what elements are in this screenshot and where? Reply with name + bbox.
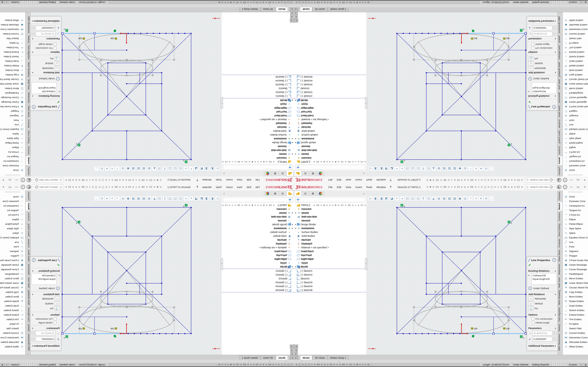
option-row[interactable]: Infinite length — [30, 320, 61, 324]
checkbox[interactable] — [54, 317, 57, 320]
tree-item[interactable]: (-) Sketch5(-) Sketch5 — [222, 281, 294, 284]
tree-item[interactable]: Right PlaneRight Plane — [294, 257, 366, 261]
sketch-tool-button[interactable]: ⬡ Polygon — [0, 109, 25, 114]
tree-item[interactable]: (-) Sketch4(-) Sketch4 — [294, 79, 366, 83]
unit-system-dropdown[interactable]: Custom — [9, 0, 22, 4]
checkbox[interactable] — [531, 43, 534, 46]
tree-item[interactable]: (-) Sketch2(-) Sketch2 — [222, 90, 294, 94]
commandmanager-tab[interactable]: Markup — [26, 35, 30, 44]
relations-listbox[interactable]: Collinear108Equal length109 — [531, 82, 556, 94]
tree-item[interactable]: Right PlaneRight Plane — [222, 257, 294, 261]
sketch-tool-button[interactable]: ▭ Corner Rectangle — [0, 267, 25, 272]
tree-item[interactable]: ⌖ OriginOrigin — [222, 261, 294, 265]
document-tab[interactable]: 3D Views — [312, 7, 328, 12]
sketch-tool-button[interactable]: + Move Entities — [0, 68, 25, 73]
toolbar-drag-handle[interactable] — [5, 175, 20, 176]
options-header[interactable]: Options∧ — [30, 50, 61, 55]
document-tab[interactable]: 3D Views — [312, 355, 328, 360]
sketch-tool-button[interactable]: ◔ Centerpoint Arc — [563, 159, 588, 164]
sketch-tool-button[interactable]: ⬡ Polygon — [563, 253, 588, 258]
displaymanager-tab[interactable] — [264, 171, 271, 176]
checkbox[interactable] — [54, 321, 57, 324]
pin-icon[interactable] — [196, 186, 199, 188]
tree-item[interactable]: ▶ Design BinderDesign Binder — [294, 223, 366, 226]
sketch-tool-button[interactable]: ≀ Fit Spline — [563, 322, 588, 326]
commandmanager-tab[interactable]: Data Migration — [26, 306, 30, 323]
minimize-button[interactable]: — — [568, 185, 575, 189]
commandmanager-tab[interactable]: Mold Tools — [26, 78, 30, 91]
add-relation-button[interactable]: ❘ Vertical — [30, 61, 61, 66]
tree-item[interactable]: ★ FavoritesFavorites — [222, 156, 294, 160]
commandmanager-tab[interactable]: Surfaces — [558, 145, 562, 156]
additional-parameters-header[interactable]: Additional Parameters∨ — [527, 343, 558, 348]
sketch-tool-button[interactable]: ▱ Parallelogram — [0, 272, 25, 276]
minimize-button[interactable]: — — [13, 178, 20, 182]
sketch-tool-button[interactable]: ⊞ Copy Entities — [0, 73, 25, 77]
tree-item[interactable]: Right PlaneRight Plane — [222, 106, 294, 110]
search-input[interactable] — [529, 178, 549, 182]
configurationmanager-tab[interactable]: ≣ — [302, 191, 309, 196]
tree-item[interactable]: TЯPDL2.TЯPDL2. ⊙ ƎЄ ⊙ Ш ⊙ ⊙ ⊙ ✚ ⊙ ƆС ⊙ Ǝ… — [294, 160, 366, 164]
commandmanager-tab[interactable]: ... — [26, 352, 30, 355]
menu-item[interactable]: Tools — [364, 184, 374, 191]
commandmanager-tab[interactable]: Features — [558, 191, 562, 201]
tab-scroll-button[interactable]: ▶ — [290, 356, 294, 360]
menu-item[interactable]: Edit — [335, 184, 343, 191]
expand-arrow-icon[interactable]: ▶ — [295, 224, 297, 225]
sketch-tool-button[interactable]: ▦ Linear Sketch Pattern — [563, 281, 588, 285]
option-row[interactable]: For construction — [30, 47, 61, 50]
help-button[interactable]: ? — [562, 184, 568, 190]
commandmanager-tab[interactable]: Weldments — [26, 91, 30, 104]
sketch-tool-button[interactable]: ◈ 3 Point Center Recta... — [0, 105, 25, 109]
sketch-tool-button[interactable]: ↔ Stretch Entities — [0, 308, 25, 312]
sketch-tool-button[interactable]: ◙ Silhouette Entities — [0, 23, 25, 27]
sketch-tool-button[interactable]: ▦ Linear Sketch Pattern — [0, 281, 25, 285]
minimize-button[interactable]: — — [568, 178, 575, 182]
sketch-tool-button[interactable]: ⊢ Extend Entities — [563, 312, 588, 317]
tree-item[interactable]: ✎ MarkupsMarkups — [222, 125, 294, 129]
tree-filter-box[interactable] — [223, 197, 293, 202]
sketch-tool-button[interactable]: ◝ Tangent Arc — [0, 154, 25, 159]
existing-relations-header[interactable]: Existing Relations∧ — [30, 268, 61, 273]
sketch-tool-button[interactable]: ╱ Line — [0, 123, 25, 127]
menu-item[interactable]: Window — [374, 184, 388, 191]
parameters-header[interactable]: Parameters∧ — [527, 37, 558, 42]
sketch-tool-button[interactable]: ◔ Centerpoint Arc — [0, 203, 25, 208]
additional-parameters-header[interactable]: Additional Parameters∨ — [30, 343, 61, 348]
add-relation-button[interactable]: — Horizontal — [30, 66, 61, 71]
tab-scroll-button[interactable]: ◀ — [294, 344, 298, 348]
sketch-tool-button[interactable]: # Segment — [563, 249, 588, 253]
sketch-tool-button[interactable]: ⊢ Extend Entities — [0, 50, 25, 55]
ok-button[interactable]: ✔ — [57, 100, 60, 104]
commandmanager-tab[interactable]: MBD Dimensions — [558, 333, 562, 352]
account-button[interactable] — [556, 184, 562, 190]
menu-item[interactable]: View — [235, 177, 244, 184]
tree-item[interactable]: (-) Sketch4(-) Sketch4 — [222, 284, 294, 288]
sketch-tool-button[interactable]: ○ Ellipse — [563, 217, 588, 222]
pm-help-icon[interactable]: ? — [552, 105, 556, 109]
angle-spinner[interactable]: ▴▾ — [553, 337, 556, 341]
tree-item[interactable]: TЯPDL2.TЯPDL2. ⊙ ƎЄ ⊙ Ш ⊙ ⊙ ⊙ ✚ ⊙ ƆС ⊙ Ǝ… — [294, 203, 366, 207]
sketch-tool-button[interactable]: ⊂ Offset Entities — [0, 344, 25, 349]
tree-item[interactable]: ✎ MarkupsMarkups — [222, 238, 294, 242]
toolbar-drag-handle[interactable] — [5, 191, 20, 192]
tree-item[interactable]: Sketch3Sketch3 — [222, 86, 294, 90]
sketch-tool-button[interactable]: ∼ Style Spline — [0, 226, 25, 231]
commandmanager-tab[interactable]: Markup — [558, 35, 562, 44]
search-input[interactable] — [39, 178, 59, 182]
tree-item[interactable]: ◗ Surface BodiesSurface Bodies — [222, 133, 294, 137]
sketch-tool-button[interactable]: ○ Ellipse — [563, 145, 588, 150]
menu-item[interactable]: Edit — [335, 177, 343, 184]
sketch-tool-button[interactable]: ▣ Center Rectangle — [563, 100, 588, 105]
length-field[interactable]: 10.88152731 — [532, 331, 553, 335]
menu-item[interactable]: Window — [374, 177, 388, 184]
sketch-tool-button[interactable]: ◎ Circle — [563, 194, 588, 199]
sketch-tool-button[interactable]: ↻ Rotate Entities — [0, 64, 25, 68]
options-header[interactable]: Options∧ — [30, 312, 61, 317]
tree-item[interactable]: Σ EquationsEquations — [294, 121, 366, 125]
featuremanager-tab[interactable] — [286, 191, 294, 196]
menu-item[interactable]: Insert — [353, 177, 364, 184]
tree-item[interactable]: ⌖ OriginOrigin — [294, 102, 366, 106]
tree-item[interactable]: ▶ Design BinderDesign Binder — [222, 223, 294, 226]
checkbox[interactable] — [531, 47, 534, 50]
